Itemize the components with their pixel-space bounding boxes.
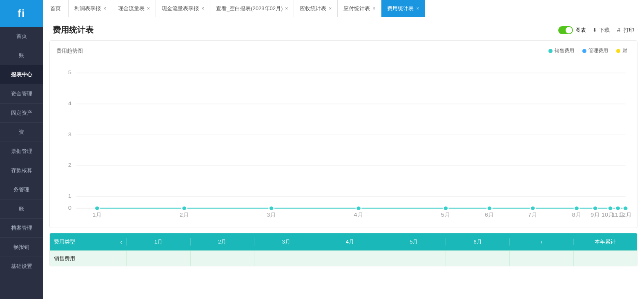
svg-text:3: 3	[68, 132, 72, 137]
svg-point-20	[593, 206, 598, 210]
svg-text:3月: 3月	[267, 212, 276, 218]
svg-text:12月: 12月	[619, 212, 631, 218]
sidebar-item-services[interactable]: 务管理	[0, 180, 43, 199]
download-button[interactable]: ⬇ 下载	[593, 27, 610, 34]
sidebar-item-deposits[interactable]: 存款核算	[0, 161, 43, 180]
nav-prev-arrow[interactable]: ‹	[120, 239, 123, 245]
main-area: 首页 利润表季报 × 现金流量表 × 现金流量表季报 × 查看_空白报表(202…	[43, 0, 644, 299]
close-tab-profit[interactable]: ×	[103, 6, 106, 11]
svg-text:2月: 2月	[180, 212, 189, 218]
sidebar-item-tickets[interactable]: 票据管理	[0, 142, 43, 161]
svg-point-14	[269, 206, 274, 210]
tab-receivable[interactable]: 应收统计表 ×	[294, 0, 338, 17]
svg-point-15	[356, 206, 361, 210]
td-m6	[446, 251, 510, 266]
svg-text:5月: 5月	[441, 212, 450, 218]
print-icon: 🖨	[616, 27, 622, 33]
sidebar-logo: fi	[0, 0, 43, 27]
sidebar-item-funds[interactable]: 资金管理	[0, 84, 43, 104]
chart-legend: 销售费用 管理费用 财	[548, 47, 627, 54]
sidebar-item-reports[interactable]: 报表中心	[0, 65, 43, 84]
toggle-track[interactable]	[558, 26, 573, 34]
chart-toggle[interactable]: 图表	[558, 26, 586, 34]
legend-mgmt: 管理费用	[582, 47, 608, 54]
chart-svg: 5 4 3 2 1 0	[56, 58, 631, 221]
tab-blank[interactable]: 查看_空白报表(2023年02月) ×	[210, 0, 294, 17]
td-m1	[127, 251, 190, 266]
td-total	[574, 251, 637, 266]
legend-label-finance: 财	[622, 47, 627, 54]
svg-text:9月: 9月	[591, 212, 600, 218]
legend-dot-sales	[548, 49, 553, 53]
sidebar: fi 首页 账 报表中心 资金管理 固定资产 资 票据管理 存款核算 务管理 账…	[0, 0, 43, 299]
svg-text:4月: 4月	[354, 212, 363, 218]
tab-bar: 首页 利润表季报 × 现金流量表 × 现金流量表季报 × 查看_空白报表(202…	[43, 0, 644, 17]
sidebar-item-account[interactable]: 账	[0, 46, 43, 65]
th-type: 费用类型 ‹	[50, 238, 127, 246]
th-m4: 4月	[318, 238, 382, 246]
svg-text:1: 1	[68, 193, 71, 199]
header-actions: 图表 ⬇ 下载 🖨 打印	[558, 26, 634, 34]
toggle-label: 图表	[575, 27, 586, 34]
page-content: 费用统计表 图表 ⬇ 下载 🖨 打印 费用趋势图	[43, 17, 644, 299]
tab-expense[interactable]: 费用统计表 ×	[381, 0, 425, 17]
svg-text:7月: 7月	[528, 212, 537, 218]
th-nav-next: ›	[510, 239, 573, 245]
close-tab-blank[interactable]: ×	[285, 6, 288, 11]
close-tab-payable[interactable]: ×	[372, 6, 375, 11]
legend-dot-finance	[616, 49, 620, 53]
td-type: 销售费用	[50, 251, 127, 266]
sidebar-item-ledger[interactable]: 账	[0, 199, 43, 219]
tab-cashflow[interactable]: 现金流量表 ×	[112, 0, 156, 17]
legend-label-sales: 销售费用	[555, 47, 574, 54]
td-m5	[382, 251, 446, 266]
close-tab-receivable[interactable]: ×	[329, 6, 332, 11]
nav-next-arrow[interactable]: ›	[541, 239, 543, 245]
svg-point-16	[443, 206, 448, 210]
td-nav-empty	[510, 251, 573, 266]
svg-point-23	[623, 206, 628, 210]
svg-point-19	[574, 206, 579, 210]
th-m2: 2月	[191, 238, 254, 246]
chart-section: 费用趋势图 销售费用 管理费用 财	[49, 40, 637, 228]
td-m2	[191, 251, 254, 266]
svg-point-17	[487, 206, 492, 210]
sidebar-item-investment[interactable]: 资	[0, 123, 43, 142]
td-m4	[318, 251, 382, 266]
sidebar-item-settings[interactable]: 基础设置	[0, 257, 43, 276]
legend-finance: 财	[616, 47, 627, 54]
svg-text:5: 5	[68, 70, 72, 75]
close-tab-expense[interactable]: ×	[416, 6, 419, 11]
legend-dot-mgmt	[582, 49, 586, 53]
table-header: 费用类型 ‹ 1月 2月 3月 4月 5月	[50, 233, 637, 250]
svg-text:4: 4	[68, 101, 72, 106]
svg-point-18	[530, 206, 535, 210]
close-tab-cashflow-q[interactable]: ×	[201, 6, 204, 11]
close-tab-cashflow[interactable]: ×	[147, 6, 150, 11]
sidebar-item-archives[interactable]: 档案管理	[0, 219, 43, 238]
table-row: 销售费用	[50, 250, 637, 266]
tab-profit[interactable]: 利润表季报 ×	[69, 0, 112, 17]
th-m1: 1月	[127, 238, 190, 246]
svg-point-12	[95, 206, 100, 210]
chart-title: 费用趋势图	[56, 47, 631, 55]
tab-home[interactable]: 首页	[43, 0, 69, 17]
th-m6: 6月	[446, 238, 510, 246]
tab-payable[interactable]: 应付统计表 ×	[338, 0, 381, 17]
svg-point-21	[608, 206, 613, 210]
th-m3: 3月	[254, 238, 318, 246]
page-title: 费用统计表	[53, 24, 94, 35]
print-button[interactable]: 🖨 打印	[616, 27, 634, 34]
table-section: 费用类型 ‹ 1月 2月 3月 4月 5月	[49, 233, 637, 266]
page-header: 费用统计表 图表 ⬇ 下载 🖨 打印	[43, 17, 644, 40]
svg-text:0: 0	[68, 205, 72, 211]
tab-cashflow-q[interactable]: 现金流量表季报 ×	[156, 0, 210, 17]
svg-text:2: 2	[68, 162, 71, 168]
svg-point-13	[182, 206, 187, 210]
sidebar-item-home[interactable]: 首页	[0, 27, 43, 46]
sidebar-item-expense[interactable]: 畅报销	[0, 238, 43, 257]
sidebar-item-assets[interactable]: 固定资产	[0, 104, 43, 123]
chart-svg-wrapper: 5 4 3 2 1 0	[56, 58, 631, 221]
th-m5: 5月	[382, 238, 446, 246]
svg-text:1月: 1月	[92, 212, 102, 218]
